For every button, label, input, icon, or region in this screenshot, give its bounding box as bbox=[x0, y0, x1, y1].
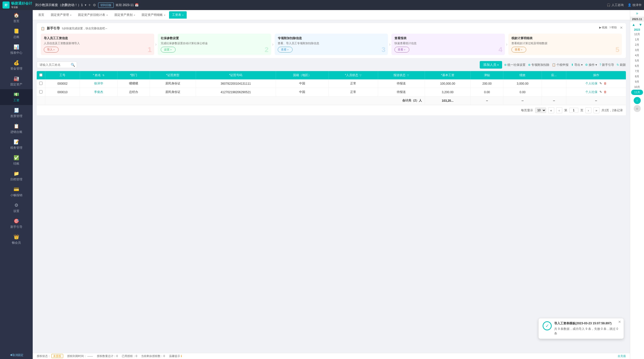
social-insurance-button[interactable]: ⊕ 统一社保设置 bbox=[504, 63, 526, 67]
month-3[interactable]: 3月 bbox=[630, 47, 644, 53]
guide-step4-btn[interactable]: 查看＞ bbox=[394, 47, 409, 53]
refresh-button[interactable]: ↻ 刷新 bbox=[617, 63, 626, 67]
row1-name-link[interactable]: 徐泽华 bbox=[94, 82, 103, 85]
sidebar-label-home: 首页 bbox=[13, 19, 19, 23]
sidebar-item-closing[interactable]: ✅ 结账 bbox=[0, 152, 33, 168]
sidebar-label-fixed-assets: 固定资产 bbox=[10, 82, 22, 87]
sidebar-item-expense[interactable]: 💳 小畅报销 bbox=[0, 184, 33, 200]
guide-close-button[interactable]: ✕ bbox=[620, 26, 623, 30]
tax-declaration-button[interactable]: 📋 个税申报 bbox=[552, 63, 569, 67]
date-nav-down[interactable]: ▼ bbox=[639, 23, 642, 27]
month-1[interactable]: 1月 bbox=[630, 37, 644, 42]
guide-video-link[interactable]: ▶ 视频 bbox=[599, 26, 607, 29]
row1-edit-icon[interactable]: ✎ bbox=[599, 82, 602, 85]
row2-delete-icon[interactable]: 🗑 bbox=[604, 90, 607, 94]
search-icon[interactable]: 🔍 bbox=[71, 63, 75, 67]
sidebar-item-funds[interactable]: 💰 资金管理 bbox=[0, 58, 33, 73]
operations-button[interactable]: ⚙ 操作 ▾ bbox=[585, 63, 597, 67]
last-page-button[interactable]: » bbox=[593, 107, 599, 113]
sidebar-item-archive[interactable]: 📁 归档管理 bbox=[0, 168, 33, 184]
guide-help-link[interactable]: ? 帮助 bbox=[609, 26, 617, 29]
add-button[interactable]: + bbox=[88, 3, 91, 7]
row2-select[interactable] bbox=[39, 90, 43, 93]
month-7[interactable]: 7月 bbox=[630, 69, 644, 74]
page-number-input[interactable] bbox=[569, 108, 578, 113]
first-page-button[interactable]: « bbox=[548, 107, 554, 113]
old-version-button[interactable]: 切到旧版 bbox=[98, 3, 114, 8]
row2-name-link[interactable]: 李俊杰 bbox=[94, 90, 103, 94]
export-button[interactable]: ⬆ 导出 ▾ bbox=[571, 63, 583, 67]
row1-emp-no: 000002 bbox=[45, 79, 80, 88]
month-2[interactable]: 2月 bbox=[630, 42, 644, 47]
row1-checkbox[interactable] bbox=[37, 79, 45, 88]
prev-page-button[interactable]: ‹ bbox=[556, 107, 562, 113]
sidebar-item-member[interactable]: 👑 畅会员 bbox=[0, 232, 33, 247]
month-11-current[interactable]: 11月 bbox=[631, 90, 643, 95]
date-panel-expand[interactable]: » bbox=[630, 10, 644, 17]
panel-icon-2[interactable]: ○ bbox=[634, 105, 641, 112]
sidebar-item-salary[interactable]: 💵 工资 bbox=[0, 89, 33, 105]
date-nav-up[interactable]: ▲ bbox=[632, 23, 635, 27]
header-checkbox-col[interactable] bbox=[37, 71, 45, 79]
guide-step2-btn[interactable]: 设置＞ bbox=[161, 47, 176, 53]
month-4[interactable]: 4月 bbox=[630, 53, 644, 58]
close-tab-salary[interactable]: × bbox=[182, 14, 184, 17]
month-12[interactable]: 12月 bbox=[630, 32, 644, 37]
month-9[interactable]: 9月 bbox=[630, 79, 644, 84]
tab-asset-detail-ledger[interactable]: 固定资产明细账 × bbox=[139, 11, 168, 19]
close-tab-fixed-assets-mgmt[interactable]: × bbox=[70, 14, 71, 17]
next-page-button[interactable]: › bbox=[585, 107, 591, 113]
sidebar-item-home[interactable]: 🏠 首页 bbox=[0, 10, 33, 26]
special-deduction-button[interactable]: ⊕ 专项附加扣除 bbox=[528, 63, 549, 67]
tab-depreciation-report[interactable]: 固定资产折旧统计表 × bbox=[75, 11, 111, 19]
tab-asset-categories[interactable]: 固定资产类别 × bbox=[111, 11, 138, 19]
row2-social-link[interactable]: 个人社保 bbox=[585, 90, 597, 94]
beginner-guide-toolbar-button[interactable]: ? 新手引导 bbox=[599, 63, 614, 67]
sidebar-item-tax[interactable]: 📝 税务管理 bbox=[0, 137, 33, 152]
row1-social-link[interactable]: 个人社保 bbox=[585, 82, 597, 85]
add-person-button[interactable]: 添加人员 ▾ bbox=[480, 61, 502, 69]
row1-delete-icon[interactable]: 🗑 bbox=[604, 82, 607, 85]
fixed-assets-icon: 🏭 bbox=[14, 76, 19, 81]
close-tab-detail-ledger[interactable]: × bbox=[164, 14, 165, 17]
tab-home[interactable]: 首页 bbox=[35, 11, 47, 19]
sidebar-item-reports[interactable]: 📊 报表中心 bbox=[0, 42, 33, 58]
row1-select[interactable] bbox=[39, 82, 43, 85]
warning-info-icon[interactable]: ℹ bbox=[181, 354, 182, 357]
sidebar-unpin-button[interactable]: ◀取消固定 bbox=[0, 351, 33, 359]
panel-icon-1[interactable]: ↑ bbox=[634, 97, 641, 104]
close-tab-categories[interactable]: × bbox=[134, 14, 135, 17]
sidebar-item-guide[interactable]: 🎯 新手引导 bbox=[0, 216, 33, 232]
account-name[interactable]: 刘小艳演示账套（勿删勿动！）1 bbox=[35, 3, 83, 7]
user-profile[interactable]: 👤 徐泽华 bbox=[628, 3, 641, 7]
toast-close-button[interactable]: ✕ bbox=[618, 320, 621, 324]
settings-button[interactable]: ⚙ bbox=[93, 3, 96, 7]
sidebar-item-invoice[interactable]: 🧾 发票管理 bbox=[0, 105, 33, 121]
month-8[interactable]: 8月 bbox=[630, 74, 644, 79]
dropdown-icon[interactable]: ▾ bbox=[85, 3, 86, 7]
row2-edit-icon[interactable]: ✎ bbox=[599, 90, 602, 94]
month-5[interactable]: 5月 bbox=[630, 58, 644, 63]
row2-checkbox[interactable] bbox=[37, 88, 45, 96]
sidebar-item-purchases[interactable]: 📋 进销台账 bbox=[0, 121, 33, 137]
guide-step3-btn[interactable]: 查看＞ bbox=[278, 47, 293, 53]
calendar-icon[interactable]: 📅 bbox=[135, 3, 139, 7]
tab-fixed-assets-mgmt[interactable]: 固定资产管理 × bbox=[48, 11, 74, 19]
tab-salary-table[interactable]: 工资表 × bbox=[169, 11, 187, 19]
select-all-checkbox[interactable] bbox=[39, 73, 43, 77]
per-page-select[interactable]: 10 20 50 bbox=[535, 108, 546, 113]
month-10[interactable]: 10月 bbox=[630, 84, 644, 90]
sort-name-icon[interactable]: ⇅ bbox=[102, 74, 104, 77]
top-up-link[interactable]: 去充值 bbox=[618, 354, 626, 358]
guide-step5-btn[interactable]: 查看＞ bbox=[511, 47, 526, 53]
filter-person-status-icon[interactable]: ▽ bbox=[359, 74, 361, 77]
consultation-button[interactable]: 🎧 人工咨询 bbox=[607, 3, 624, 7]
header-person-status: *人员状态 ▽ bbox=[329, 71, 378, 79]
sidebar-item-fixed-assets[interactable]: 🏭 固定资产 bbox=[0, 73, 33, 89]
sidebar-item-ledger[interactable]: 📒 总账 bbox=[0, 26, 33, 42]
month-6[interactable]: 6月 bbox=[630, 63, 644, 69]
guide-step1-btn[interactable]: 导入＞ bbox=[44, 47, 59, 53]
close-tab-depreciation[interactable]: × bbox=[106, 14, 108, 17]
filter-report-status-icon[interactable]: ▽ bbox=[407, 74, 409, 77]
sidebar-item-settings[interactable]: ⚙ 设置 bbox=[0, 200, 33, 216]
